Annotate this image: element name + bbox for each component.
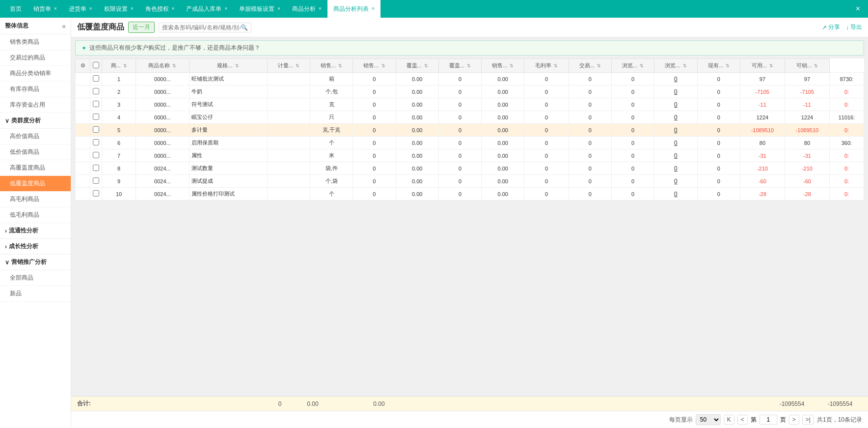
row-checkbox[interactable] xyxy=(93,114,99,120)
cell-browse1[interactable]: 0 xyxy=(654,175,697,188)
nav-product-analysis-list-close[interactable]: × xyxy=(372,0,375,18)
period-button[interactable]: 近一月 xyxy=(128,22,155,33)
sidebar-group2-title[interactable]: ∨ 类群度分析 xyxy=(0,113,71,129)
cell-checkbox[interactable] xyxy=(90,162,102,175)
sidebar-collapse-btn[interactable]: « xyxy=(62,22,66,30)
sidebar-item-traded-goods[interactable]: 交易过的商品 xyxy=(0,50,71,66)
cell-browse1[interactable]: 0 xyxy=(654,162,697,175)
col-current[interactable]: 现有... ⇅ xyxy=(697,59,740,73)
cell-browse1[interactable]: 0 xyxy=(654,98,697,111)
cell-browse1[interactable]: 0 xyxy=(654,188,697,200)
nav-purchase-close[interactable]: × xyxy=(89,0,92,18)
nav-sales-close[interactable]: × xyxy=(54,0,57,18)
row-checkbox[interactable] xyxy=(93,165,99,171)
sidebar-group3-title[interactable]: › 流通性分析 xyxy=(0,223,71,239)
col-name[interactable]: 商品名称 ⇅ xyxy=(136,59,189,73)
row-checkbox[interactable] xyxy=(93,101,99,107)
sidebar-item-low-coverage[interactable]: 低覆盖度商品 xyxy=(0,176,71,192)
nav-finished-goods-close[interactable]: × xyxy=(224,0,227,18)
cell-checkbox[interactable] xyxy=(90,73,102,86)
col-code[interactable]: 商... ⇅ xyxy=(102,59,136,73)
nav-purchase[interactable]: 进货单 × xyxy=(63,0,98,18)
sidebar-overall-header[interactable]: 整体信息 « xyxy=(0,18,71,34)
col-trade[interactable]: 交易... ⇅ xyxy=(569,59,611,73)
sidebar-group5-title[interactable]: ∨ 营销推广分析 xyxy=(0,255,71,270)
col-sales2[interactable]: 销售... ⇅ xyxy=(482,59,524,73)
cell-checkbox[interactable] xyxy=(90,137,102,149)
nav-roles-close[interactable]: × xyxy=(172,0,175,18)
nav-finished-goods[interactable]: 产成品入库单 × xyxy=(180,0,233,18)
sidebar-group4-title[interactable]: › 成长性分析 xyxy=(0,239,71,255)
sidebar-item-inventory-capital[interactable]: 库存资金占用 xyxy=(0,97,71,113)
cell-checkbox[interactable] xyxy=(90,149,102,162)
sidebar-item-new-goods[interactable]: 新品 xyxy=(0,286,71,302)
col-sales-qty[interactable]: 销售... ⇅ xyxy=(310,59,353,73)
sidebar-item-high-value[interactable]: 高价值商品 xyxy=(0,129,71,144)
current-page-input[interactable] xyxy=(760,415,777,425)
row-checkbox[interactable] xyxy=(93,126,99,133)
nav-product-analysis-close[interactable]: × xyxy=(319,0,322,18)
col-browse1[interactable]: 浏览... ⇅ xyxy=(612,59,654,73)
row-checkbox[interactable] xyxy=(93,88,99,94)
first-page-btn[interactable]: K xyxy=(724,415,734,425)
export-button[interactable]: ↓ 导出 xyxy=(846,23,862,31)
col-available[interactable]: 可用... ⇅ xyxy=(740,59,785,73)
cell-browse1[interactable]: 0 xyxy=(654,73,697,86)
nav-home[interactable]: 首页 xyxy=(4,0,27,18)
cell-browse1[interactable]: 0 xyxy=(654,149,697,162)
col-sales-amt[interactable]: 销售... ⇅ xyxy=(353,59,396,73)
col-settings[interactable]: ⚙ xyxy=(76,59,90,73)
col-coverage1[interactable]: 覆盖... ⇅ xyxy=(396,59,438,73)
last-page-btn[interactable]: >| xyxy=(802,415,814,425)
cell-browse1[interactable]: 0 xyxy=(654,137,697,149)
cell-checkbox[interactable] xyxy=(90,124,102,137)
search-icon[interactable]: 🔍 xyxy=(241,24,248,31)
row-checkbox[interactable] xyxy=(93,139,99,145)
col-gross-rate[interactable]: 毛利率 ⇅ xyxy=(524,59,569,73)
page-size-select[interactable]: 50 100 200 xyxy=(696,414,721,425)
sidebar-item-high-coverage[interactable]: 高覆盖度商品 xyxy=(0,160,71,176)
cell-browse1[interactable]: 0 xyxy=(654,86,697,98)
sidebar-item-all-goods[interactable]: 全部商品 xyxy=(0,270,71,286)
nav-roles[interactable]: 角色授权 × xyxy=(139,0,181,18)
prev-page-btn[interactable]: < xyxy=(737,415,748,425)
cell-available: -60 xyxy=(785,175,829,188)
nav-template-close[interactable]: × xyxy=(277,0,280,18)
cell-checkbox[interactable] xyxy=(90,86,102,98)
cell-browse1[interactable]: 0 xyxy=(654,111,697,124)
window-close-button[interactable]: × xyxy=(852,4,864,13)
col-unit[interactable]: 计量... ⇅ xyxy=(267,59,310,73)
search-input[interactable] xyxy=(162,24,241,31)
col-spec[interactable]: 规格... ⇅ xyxy=(189,59,267,73)
nav-template-settings[interactable]: 单据模板设置 × xyxy=(233,0,286,18)
cell-checkbox[interactable] xyxy=(90,111,102,124)
nav-sales[interactable]: 销货单 × xyxy=(27,0,63,18)
sidebar-item-category-turnover[interactable]: 商品分类动销率 xyxy=(0,66,71,82)
select-all-checkbox[interactable] xyxy=(93,62,99,68)
cell-browse1[interactable]: 0 xyxy=(654,124,697,137)
share-button[interactable]: ↗ 分享 xyxy=(822,23,840,31)
cell-checkbox[interactable] xyxy=(90,98,102,111)
cell-checkbox[interactable] xyxy=(90,175,102,188)
col-saleable[interactable]: 可销... ⇅ xyxy=(785,59,829,73)
nav-permissions-close[interactable]: × xyxy=(131,0,134,18)
row-checkbox[interactable] xyxy=(93,190,99,197)
col-checkbox[interactable] xyxy=(90,59,102,73)
row-checkbox[interactable] xyxy=(93,75,99,82)
total-label: 合计: xyxy=(77,399,91,408)
sidebar-item-in-stock[interactable]: 有库存商品 xyxy=(0,82,71,97)
sidebar-item-high-margin[interactable]: 高毛利商品 xyxy=(0,192,71,207)
next-page-btn[interactable]: > xyxy=(789,415,799,425)
nav-permissions[interactable]: 权限设置 × xyxy=(98,0,139,18)
col-coverage2[interactable]: 覆盖... ⇅ xyxy=(438,59,481,73)
row-checkbox[interactable] xyxy=(93,177,99,184)
cell-checkbox[interactable] xyxy=(90,188,102,200)
sidebar-item-low-value[interactable]: 低价值商品 xyxy=(0,144,71,160)
sidebar-item-low-margin[interactable]: 低毛利商品 xyxy=(0,207,71,223)
nav-product-analysis-list[interactable]: 商品分析列表 × xyxy=(327,0,380,18)
table-container[interactable]: ⚙ 商... ⇅ 商品名称 ⇅ 规格... ⇅ 计量... ⇅ 销售... ⇅ … xyxy=(71,58,868,396)
row-checkbox[interactable] xyxy=(93,152,99,158)
nav-product-analysis[interactable]: 商品分析 × xyxy=(286,0,327,18)
col-browse2[interactable]: 浏览... ⇅ xyxy=(654,59,697,73)
sidebar-item-sales-goods[interactable]: 销售类商品 xyxy=(0,34,71,50)
